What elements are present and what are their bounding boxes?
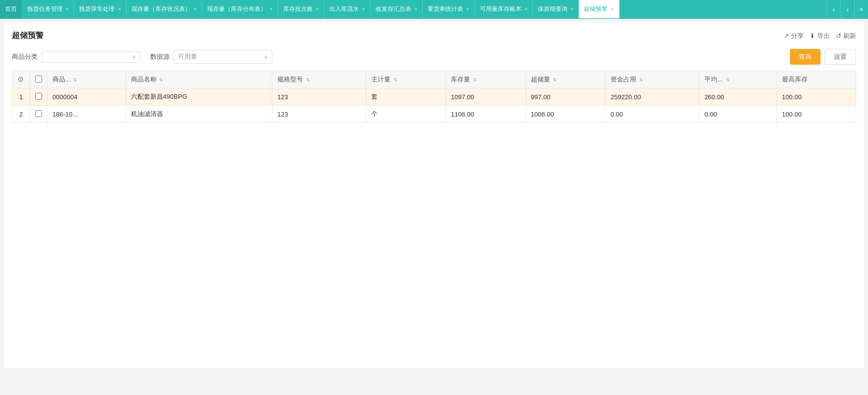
refresh-icon: ↺	[836, 32, 841, 40]
row-2-product-name: 机油滤清器	[126, 106, 272, 123]
table-body: 1 0000004 六配套新昌490BPG 123 套 1097.00 997.…	[12, 88, 856, 123]
datasource-select[interactable]: 可用量 ∨	[174, 50, 272, 64]
table-header-product-code[interactable]: 商品... ⇅	[47, 71, 126, 88]
nav-overstock-alert[interactable]: 超储预警 ×	[579, 0, 619, 18]
nav-order-stats[interactable]: 要货单统计表 ×	[423, 0, 475, 18]
category-chevron-icon: ∨	[132, 54, 136, 60]
sort-stock-icon: ⇅	[473, 77, 477, 82]
page-content: 超储预警 ↗ 分享 ⬇ 导出 ↺ 刷新 商品分类 ∨ 数据源	[4, 23, 864, 368]
nav-task-mgmt[interactable]: 拣货任务管理 ×	[22, 0, 74, 18]
row-1-capital: 259220.00	[606, 88, 699, 106]
page-title: 超储预警	[12, 31, 43, 41]
nav-batch-ledger[interactable]: 库存批次账 ×	[278, 0, 324, 18]
row-num-2: 2	[12, 106, 30, 123]
nav-inventory-dist[interactable]: 现存量（库存分布表） ×	[202, 0, 278, 18]
table-header-capital[interactable]: 资金占用 ⇅	[606, 71, 699, 88]
nav-abnormal[interactable]: 拣货异常处理 ×	[74, 0, 126, 18]
close-tab-receive-send[interactable]: ×	[414, 6, 417, 12]
gear-icon[interactable]: ⚙	[17, 75, 24, 83]
close-tab-inventory-status[interactable]: ×	[194, 6, 197, 12]
filter-group-category: 商品分类 ∨	[12, 51, 140, 63]
sort-product-name-icon: ⇅	[159, 77, 163, 82]
row-2-unit: 个	[366, 106, 445, 123]
datasource-label: 数据源	[150, 52, 170, 61]
row-1-product-code: 0000004	[47, 88, 126, 106]
close-tab-task-mgmt[interactable]: ×	[66, 6, 69, 12]
row-2-avg: 0.00	[699, 106, 777, 123]
nav-inout-flow[interactable]: 出入库流水 ×	[324, 0, 370, 18]
nav-expiry-check[interactable]: 保质期查询 ×	[533, 0, 579, 18]
page-actions: ↗ 分享 ⬇ 导出 ↺ 刷新	[783, 32, 856, 40]
filter-group-datasource: 数据源 可用量 ∨	[150, 50, 272, 64]
close-tab-order-stats[interactable]: ×	[466, 6, 469, 12]
table-header-overstock[interactable]: 超储量 ⇅	[525, 71, 605, 88]
row-1-product-name: 六配套新昌490BPG	[126, 88, 272, 106]
category-label: 商品分类	[12, 52, 38, 61]
data-table: ⚙ 商品... ⇅ 商品名称 ⇅ 规格型号 ⇅ 主计量	[12, 71, 856, 123]
row-1-overstock: 997.00	[525, 88, 605, 106]
row-1-max-stock: 100.00	[777, 88, 856, 106]
row-2-spec: 123	[272, 106, 366, 123]
close-tab-expiry-check[interactable]: ×	[570, 6, 573, 12]
sort-capital-icon: ⇅	[639, 77, 643, 82]
row-2-overstock: 1006.00	[525, 106, 605, 123]
row-1-spec: 123	[272, 88, 366, 106]
close-tab-available-ledger[interactable]: ×	[524, 6, 527, 12]
query-button[interactable]: 查询	[790, 49, 821, 65]
category-select[interactable]: ∨	[42, 51, 140, 63]
sort-spec-icon: ⇅	[306, 77, 310, 82]
table-header-gear[interactable]: ⚙	[12, 71, 30, 88]
row-2-capital: 0.00	[606, 106, 699, 123]
table-header-spec[interactable]: 规格型号 ⇅	[272, 71, 366, 88]
export-icon: ⬇	[810, 32, 815, 40]
sort-product-code-icon: ⇅	[73, 77, 77, 82]
sort-overstock-icon: ⇅	[553, 77, 557, 82]
row-1-stock: 1097.00	[446, 88, 525, 106]
close-tab-abnormal[interactable]: ×	[118, 6, 121, 12]
table-header: ⚙ 商品... ⇅ 商品名称 ⇅ 规格型号 ⇅ 主计量	[12, 71, 856, 88]
nav-receive-send[interactable]: 收发存汇总表 ×	[371, 0, 423, 18]
close-tab-overstock-alert[interactable]: ×	[610, 6, 613, 12]
settings-button[interactable]: 设置	[825, 49, 856, 65]
datasource-select-value: 可用量	[178, 52, 197, 61]
refresh-button[interactable]: ↺ 刷新	[836, 32, 856, 40]
sort-avg-icon: ⇅	[726, 77, 730, 82]
nav-arrow-left[interactable]: ‹	[826, 0, 840, 18]
table-header-product-name[interactable]: 商品名称 ⇅	[126, 71, 272, 88]
nav-arrow-right[interactable]: ›	[840, 0, 854, 18]
filter-buttons: 查询 设置	[790, 49, 856, 65]
table-header-checkbox[interactable]	[30, 71, 47, 88]
nav-arrow-close[interactable]: ×	[854, 0, 868, 18]
table-header-max-stock[interactable]: 最高库存	[777, 71, 856, 88]
filter-row: 商品分类 ∨ 数据源 可用量 ∨ 查询 设置	[12, 49, 856, 65]
nav-inventory-status[interactable]: 现存量（库存状况表） ×	[127, 0, 202, 18]
page-header: 超储预警 ↗ 分享 ⬇ 导出 ↺ 刷新	[12, 31, 856, 41]
table-header-avg[interactable]: 平均... ⇅	[699, 71, 777, 88]
share-icon: ↗	[783, 32, 789, 40]
row-2-checkbox[interactable]	[35, 110, 42, 117]
table-row: 1 0000004 六配套新昌490BPG 123 套 1097.00 997.…	[12, 88, 856, 106]
nav-home[interactable]: 首页	[0, 0, 22, 18]
close-tab-inventory-dist[interactable]: ×	[269, 6, 272, 12]
close-tab-inout-flow[interactable]: ×	[362, 6, 365, 12]
nav-arrows: ‹ › ×	[826, 0, 868, 18]
nav-available-ledger[interactable]: 可用量库存账本 ×	[475, 0, 533, 18]
row-1-unit: 套	[366, 88, 445, 106]
close-tab-batch-ledger[interactable]: ×	[316, 6, 319, 12]
row-1-checkbox[interactable]	[35, 93, 42, 100]
row-num-1: 1	[12, 88, 30, 106]
table-header-unit[interactable]: 主计量 ⇅	[366, 71, 445, 88]
share-button[interactable]: ↗ 分享	[783, 32, 804, 40]
row-2-product-code: 186-10...	[47, 106, 126, 123]
row-2-max-stock: 100.00	[777, 106, 856, 123]
export-button[interactable]: ⬇ 导出	[810, 32, 830, 40]
table-row: 2 186-10... 机油滤清器 123 个 1106.00 1006.00 …	[12, 106, 856, 123]
table-header-stock[interactable]: 库存量 ⇅	[446, 71, 525, 88]
row-1-checkbox-cell[interactable]	[30, 88, 47, 106]
row-2-stock: 1106.00	[446, 106, 525, 123]
top-navigation: 首页 拣货任务管理 × 拣货异常处理 × 现存量（库存状况表） × 现存量（库存…	[0, 0, 868, 19]
sort-unit-icon: ⇅	[393, 77, 397, 82]
select-all-checkbox[interactable]	[35, 76, 42, 82]
row-1-avg: 260.00	[699, 88, 777, 106]
row-2-checkbox-cell[interactable]	[30, 106, 47, 123]
